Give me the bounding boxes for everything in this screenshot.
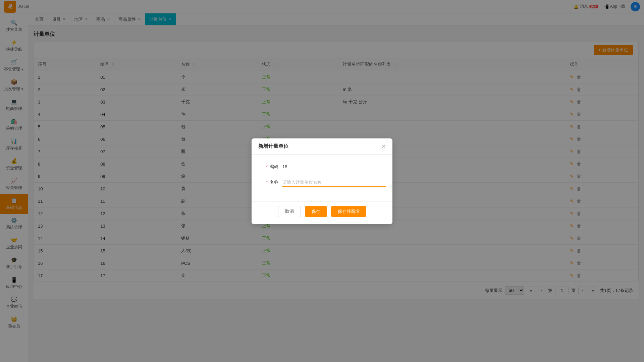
modal-overlay[interactable]: 新增计量单位 ✕ * 编码 * 名称 取消 保存 保存并新增 [0,0,644,362]
add-unit-modal: 新增计量单位 ✕ * 编码 * 名称 取消 保存 保存并新增 [252,138,392,224]
name-label: * 名称 [258,179,278,185]
save-and-new-button[interactable]: 保存并新增 [331,206,366,217]
code-input[interactable] [282,163,386,171]
save-button[interactable]: 保存 [305,206,327,217]
required-mark: * [266,164,268,169]
modal-close-button[interactable]: ✕ [381,143,386,149]
name-form-row: * 名称 [258,178,386,187]
required-mark: * [266,180,268,185]
modal-header: 新增计量单位 ✕ [252,138,392,155]
cancel-button[interactable]: 取消 [278,206,301,217]
modal-title: 新增计量单位 [258,143,288,149]
name-input[interactable] [282,178,386,187]
modal-footer: 取消 保存 保存并新增 [252,201,392,224]
modal-body: * 编码 * 名称 [252,155,392,201]
code-label: * 编码 [258,164,278,170]
code-form-row: * 编码 [258,163,386,171]
